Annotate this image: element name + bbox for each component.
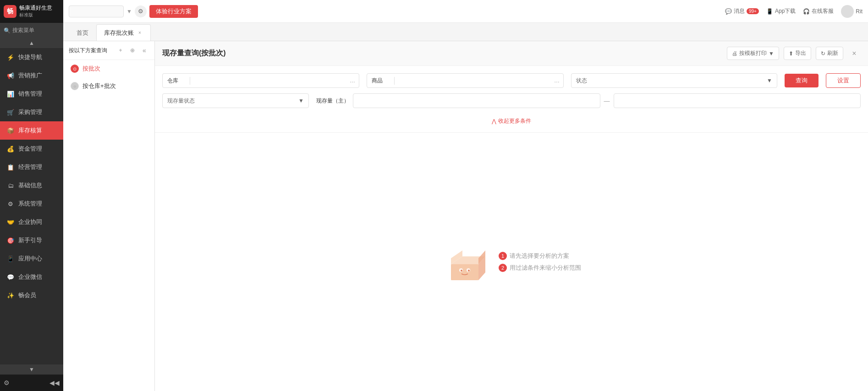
- sidebar-search-label: 搜索菜单: [12, 27, 34, 34]
- user-menu[interactable]: Rit: [841, 5, 863, 18]
- status-filter[interactable]: 状态 ▼: [571, 73, 777, 88]
- nav-icon-marketing: 📢: [6, 71, 15, 80]
- collapse-label[interactable]: 收起更多条件: [498, 117, 531, 125]
- scheme-dot-active: ⊙: [71, 65, 79, 73]
- export-btn[interactable]: ⬆ 导出: [784, 47, 811, 60]
- nav-label-inventory: 库存核算: [18, 126, 42, 135]
- main: ▼ ⚙ 体验行业方案 💬 消息 99+ 📱 App下载 🎧 在线客服 Rit: [63, 0, 868, 391]
- content: 按以下方案查询 + ⊕ « ⊙ 按批次: [63, 41, 868, 391]
- sidebar-item-basic[interactable]: 🗂 基础信息: [0, 176, 63, 195]
- scheme-item-warehouse-batch[interactable]: ○ 按仓库+批次: [63, 77, 154, 95]
- nav-label-sales: 销售管理: [18, 90, 42, 98]
- add-scheme-btn[interactable]: +: [116, 46, 125, 55]
- stock-range-separator: —: [604, 98, 610, 104]
- nav-icon-sales: 📊: [6, 90, 15, 98]
- nav-icon-guide: 🎯: [6, 236, 15, 244]
- print-btn[interactable]: 🖨 按模板打印 ▼: [727, 47, 779, 60]
- sidebar-scroll-down[interactable]: ▼: [0, 364, 63, 375]
- nav-icon-shortcut: ⚡: [6, 53, 15, 61]
- sidebar-item-system[interactable]: ⚙ 系统管理: [0, 195, 63, 213]
- nav-icon-basic: 🗂: [6, 181, 15, 190]
- sidebar-item-wechat[interactable]: 💬 企业微信: [0, 268, 63, 286]
- left-panel-title: 按以下方案查询: [69, 47, 107, 54]
- sidebar-item-marketing[interactable]: 📢 营销推广: [0, 66, 63, 85]
- app-title: 畅康通好生意: [19, 5, 52, 12]
- add-icon: +: [119, 47, 122, 54]
- tab-inventory-batch[interactable]: 库存批次账 ×: [96, 24, 151, 41]
- headset-icon: 🎧: [803, 8, 810, 15]
- stock-main-max-input[interactable]: [614, 93, 861, 108]
- app-download-btn[interactable]: 📱 App下载: [766, 7, 796, 15]
- sidebar-item-finance[interactable]: 💰 资金管理: [0, 140, 63, 158]
- online-service-btn[interactable]: 🎧 在线客服: [803, 7, 834, 15]
- tabbar: 首页 库存批次账 ×: [63, 23, 868, 41]
- print-dropdown-icon: ▼: [769, 50, 774, 57]
- stock-main-min-input[interactable]: [353, 93, 600, 108]
- refresh-btn[interactable]: ↻ 刷新: [816, 47, 843, 60]
- sidebar-nav: ⚡ 快捷导航 📢 营销推广 📊 销售管理 🛒 采购管理 📦 库存核算 💰 资金管…: [0, 48, 63, 364]
- empty-tips: 1 请先选择要分析的方案 2 用过滤条件来缩小分析范围: [499, 252, 581, 272]
- experience-btn[interactable]: 体验行业方案: [149, 5, 198, 18]
- sidebar-item-apps[interactable]: 📱 应用中心: [0, 250, 63, 268]
- nav-label-shortcut: 快捷导航: [18, 53, 42, 61]
- message-btn[interactable]: 💬 消息 99+: [725, 7, 759, 15]
- warehouse-input[interactable]: [190, 77, 346, 84]
- search-icon: 🔍: [4, 27, 11, 34]
- stock-status-filter[interactable]: 现存量状态 ▼: [162, 93, 309, 108]
- nav-icon-apps: 📱: [6, 255, 15, 263]
- gear-icon: ⊕: [130, 47, 135, 54]
- sidebar-scroll-up[interactable]: ▲: [0, 38, 63, 48]
- export-label: 导出: [795, 49, 806, 57]
- nav-label-purchase: 采购管理: [18, 108, 42, 116]
- nav-label-basic: 基础信息: [18, 181, 42, 190]
- export-icon: ⬆: [789, 50, 793, 57]
- sidebar-item-operations[interactable]: 📋 经营管理: [0, 158, 63, 176]
- filter-row-2: 现存量状态 ▼ 现存量（主） —: [162, 93, 861, 108]
- stock-status-dropdown-icon: ▼: [298, 98, 304, 104]
- sidebar-item-sales[interactable]: 📊 销售管理: [0, 85, 63, 103]
- sidebar-item-purchase[interactable]: 🛒 采购管理: [0, 103, 63, 121]
- nav-label-guide: 新手引导: [18, 236, 42, 244]
- collapse-panel-btn[interactable]: «: [140, 46, 149, 55]
- topbar-dropdown-icon[interactable]: ▼: [126, 8, 132, 15]
- set-btn[interactable]: 设置: [826, 73, 861, 88]
- sidebar-item-shortcut[interactable]: ⚡ 快捷导航: [0, 48, 63, 66]
- sidebar-search[interactable]: 🔍 搜索菜单: [0, 23, 63, 38]
- tab-home[interactable]: 首页: [69, 24, 96, 41]
- stock-status-label: 现存量状态: [167, 97, 195, 105]
- filter-row-1: 仓库 … 商品 … 状态 ▼ 查询 设置: [162, 73, 861, 88]
- app-logo: 畅: [4, 5, 16, 18]
- warehouse-more-btn[interactable]: …: [346, 77, 359, 84]
- right-panel: 现存量查询(按批次) 🖨 按模板打印 ▼ ⬆ 导出 ↻ 刷新: [155, 41, 868, 391]
- left-panel-header: 按以下方案查询 + ⊕ «: [63, 41, 154, 60]
- sound-icon[interactable]: ◀◀: [49, 379, 60, 386]
- topbar: ▼ ⚙ 体验行业方案 💬 消息 99+ 📱 App下载 🎧 在线客服 Rit: [63, 0, 868, 23]
- product-input[interactable]: [395, 77, 550, 84]
- app-download-icon: 📱: [766, 8, 773, 15]
- scheme-dot-inactive: ○: [71, 82, 79, 90]
- topbar-gear-icon[interactable]: ⚙: [135, 5, 147, 17]
- nav-icon-enterprise: 🤝: [6, 218, 15, 226]
- sidebar-item-enterprise[interactable]: 🤝 企业协同: [0, 213, 63, 231]
- scheme-item-batch[interactable]: ⊙ 按批次: [63, 60, 154, 77]
- scheme-batch-label: 按批次: [82, 65, 100, 73]
- tab-close-icon[interactable]: ×: [137, 30, 143, 36]
- sidebar-item-inventory[interactable]: 📦 库存核算: [0, 121, 63, 140]
- empty-illustration: [442, 239, 488, 285]
- sidebar-item-member[interactable]: ✨ 畅会员: [0, 286, 63, 304]
- sidebar-item-guide[interactable]: 🎯 新手引导: [0, 231, 63, 250]
- settings-icon[interactable]: ⚙: [4, 379, 10, 386]
- message-icon: 💬: [725, 8, 732, 15]
- product-filter: 商品 …: [367, 73, 564, 88]
- tip-text-2: 用过滤条件来缩小分析范围: [510, 264, 581, 272]
- query-btn[interactable]: 查询: [785, 74, 819, 87]
- product-more-btn[interactable]: …: [550, 77, 563, 84]
- close-page-btn[interactable]: ×: [848, 47, 861, 60]
- empty-svg: [442, 239, 488, 285]
- scheme-list: ⊙ 按批次 ○ 按仓库+批次: [63, 60, 154, 95]
- nav-icon-operations: 📋: [6, 163, 15, 171]
- tip-num-1: 1: [499, 252, 507, 260]
- stock-main-label: 现存量（主）: [316, 97, 349, 105]
- scheme-settings-btn[interactable]: ⊕: [128, 46, 137, 55]
- topbar-search-input[interactable]: [69, 5, 124, 17]
